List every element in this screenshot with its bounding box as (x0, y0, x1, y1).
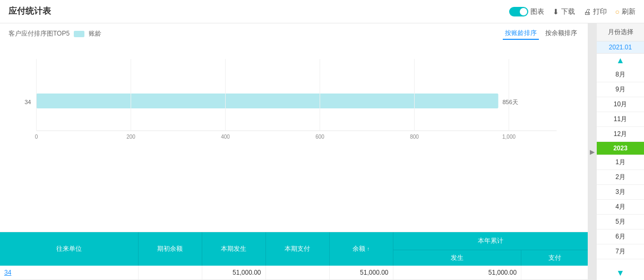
sidebar-month-select-label: 月份选择 (597, 23, 644, 41)
cell-opening (138, 266, 202, 280)
refresh-action[interactable]: ○ 刷新 (615, 7, 636, 16)
download-action[interactable]: ⬇ 下载 (553, 7, 575, 16)
sidebar-month-item-10[interactable]: 5月 (597, 215, 644, 230)
svg-text:1,000: 1,000 (502, 134, 516, 140)
bar-end-label: 856天 (503, 99, 518, 105)
sidebar-month-item-8[interactable]: 3月 (597, 185, 644, 200)
sidebar-month-item-12[interactable]: 7月 (597, 244, 644, 259)
col-ytd-pay-header: 支付 (521, 250, 588, 266)
col-ytd-occ-header: 发生 (393, 250, 521, 266)
col-balance-header: 余额 ↑ (329, 232, 393, 266)
sidebar-month-item-4[interactable]: 12月 (597, 127, 644, 142)
col-occurrence-header: 本期发生 (202, 232, 265, 266)
table-section: 往来单位 期初余额 本期发生 本期支付 余额 ↑ 本年累计 (0, 232, 588, 280)
chart-toggle-label: 图表 (530, 7, 544, 16)
col-opening-header: 期初余额 (138, 232, 202, 266)
sidebar-collapse-btn[interactable]: ▶ (588, 23, 596, 280)
print-label: 打印 (593, 7, 607, 16)
collapse-arrow-icon: ▶ (590, 148, 595, 156)
svg-text:600: 600 (315, 134, 324, 140)
sidebar-scroll-down-btn[interactable]: ▼ (597, 266, 644, 280)
page-title: 应付统计表 (8, 6, 51, 17)
chart-toggle[interactable] (509, 7, 528, 16)
sort-by-balance-btn[interactable]: 按账龄排序 (503, 28, 539, 40)
sidebar-month-item-0[interactable]: 8月 (597, 67, 644, 82)
cell-occurrence: 51,000.00 (202, 266, 265, 280)
chevron-down-icon: ▼ (616, 268, 625, 277)
chart-bar (37, 94, 499, 108)
sidebar-month-item-7[interactable]: 2月 (597, 170, 644, 185)
main-content: 客户应付排序图TOP5 账龄 按账龄排序 按余额排序 34 856天 (0, 23, 644, 280)
chart-header: 客户应付排序图TOP5 账龄 按账龄排序 按余额排序 (0, 23, 588, 44)
col-ytd-header: 本年累计 (393, 232, 588, 250)
sidebar-month-item-9[interactable]: 4月 (597, 200, 644, 215)
sidebar-current-month[interactable]: 2021.01 (597, 41, 644, 54)
sidebar-scroll-up-btn[interactable]: ▲ (597, 54, 644, 67)
refresh-icon: ○ (615, 7, 620, 16)
table-row: 34 51,000.00 51,000.00 51,000.00 (0, 266, 588, 280)
svg-text:800: 800 (410, 134, 419, 140)
right-sidebar: 月份选择 2021.01 ▲ 8月9月10月11月12月20231月2月3月4月… (596, 23, 644, 280)
col-unit-header: 往来单位 (0, 232, 138, 266)
svg-text:0: 0 (35, 134, 38, 140)
bar-y-label: 34 (24, 99, 31, 105)
cell-payment (265, 266, 329, 280)
sidebar-months-list: 8月9月10月11月12月20231月2月3月4月5月6月7月 (597, 67, 644, 266)
sidebar-month-item-11[interactable]: 6月 (597, 230, 644, 244)
table-wrapper: 往来单位 期初余额 本期发生 本期支付 余额 ↑ 本年累计 (0, 232, 588, 280)
header-actions: 图表 ⬇ 下载 🖨 打印 ○ 刷新 (509, 7, 636, 16)
refresh-label: 刷新 (622, 7, 636, 16)
print-icon: 🖨 (583, 7, 591, 16)
data-table: 往来单位 期初余额 本期发生 本期支付 余额 ↑ 本年累计 (0, 232, 588, 280)
legend-box (74, 31, 84, 37)
sidebar-month-item-3[interactable]: 11月 (597, 112, 644, 127)
print-action[interactable]: 🖨 打印 (583, 7, 607, 16)
chart-toggle-action[interactable]: 图表 (509, 7, 544, 16)
sidebar-month-item-1[interactable]: 9月 (597, 82, 644, 97)
svg-text:400: 400 (221, 134, 230, 140)
sidebar-month-item-5[interactable]: 2023 (597, 142, 644, 155)
sidebar-month-item-2[interactable]: 10月 (597, 97, 644, 112)
unit-link[interactable]: 34 (4, 269, 11, 276)
header: 应付统计表 图表 ⬇ 下载 🖨 打印 ○ 刷新 (0, 0, 644, 23)
sidebar-month-item-6[interactable]: 1月 (597, 155, 644, 170)
sort-by-amount-btn[interactable]: 按余额排序 (543, 28, 579, 40)
cell-ytd-pay (521, 266, 588, 280)
chart-svg: 34 856天 0 200 400 600 800 1,000 (8, 48, 579, 155)
legend-title: 客户应付排序图TOP5 (8, 29, 70, 38)
chart-sort-buttons: 按账龄排序 按余额排序 (503, 28, 579, 40)
table-header-row: 往来单位 期初余额 本期发生 本期支付 余额 ↑ 本年累计 (0, 232, 588, 250)
cell-ytd-occ: 51,000.00 (393, 266, 521, 280)
app-container: 应付统计表 图表 ⬇ 下载 🖨 打印 ○ 刷新 (0, 0, 644, 280)
chevron-up-icon: ▲ (616, 56, 625, 65)
download-icon: ⬇ (553, 7, 559, 16)
toggle-knob (520, 8, 527, 15)
svg-text:200: 200 (126, 134, 135, 140)
download-label: 下载 (561, 7, 575, 16)
cell-balance: 51,000.00 (329, 266, 393, 280)
col-payment-header: 本期支付 (265, 232, 329, 266)
cell-unit: 34 (0, 266, 138, 280)
chart-legend: 客户应付排序图TOP5 账龄 (8, 29, 101, 38)
chart-canvas: 34 856天 0 200 400 600 800 1,000 (0, 44, 588, 232)
legend-item-label: 账龄 (89, 29, 101, 38)
chart-area: 客户应付排序图TOP5 账龄 按账龄排序 按余额排序 34 856天 (0, 23, 588, 280)
